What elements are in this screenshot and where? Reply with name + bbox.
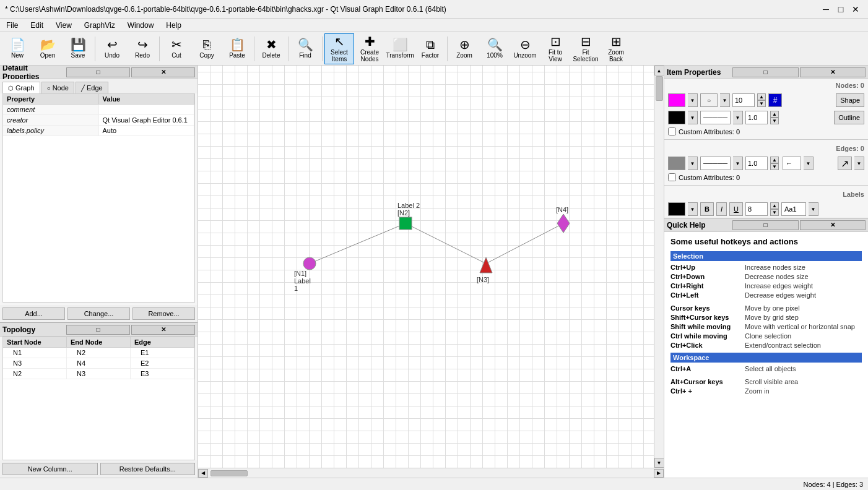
edge-width-spin[interactable]: ▲ ▼ [770, 157, 779, 170]
edge-style-combo[interactable]: ───── [700, 157, 731, 170]
node-hash-btn[interactable]: # [768, 93, 782, 107]
toolbar-btn-fit-to-view[interactable]: ⊡Fit to View [540, 33, 570, 64]
quick-help-close-btn[interactable]: ✕ [800, 220, 866, 230]
topology-restore-btn[interactable]: □ [66, 325, 130, 335]
toolbar-btn-cut[interactable]: ✂Cut [162, 33, 191, 64]
h-scroll-thumb[interactable] [210, 470, 248, 476]
toolbar-btn-undo[interactable]: ↩Undo [97, 33, 127, 64]
item-props-close-btn[interactable]: ✕ [800, 67, 866, 77]
edge-color-btn[interactable] [668, 157, 685, 170]
label-underline-btn[interactable]: U [729, 202, 743, 216]
label-size-up[interactable]: ▲ [770, 202, 779, 209]
edge-width-up[interactable]: ▲ [770, 157, 779, 163]
toolbar-btn-delete[interactable]: ✖Delete [256, 33, 286, 64]
graph-canvas[interactable]: [N1] Label 1 [N2] Label 2 [N3] [N4] [198, 66, 654, 468]
node-outline-up[interactable]: ▲ [770, 111, 779, 118]
scroll-right-btn[interactable]: ▶ [654, 469, 664, 478]
h-scrollbar[interactable]: ◀ ▶ [198, 468, 664, 478]
scroll-track[interactable] [655, 75, 664, 458]
node-size-input[interactable]: 10 [732, 93, 755, 107]
scroll-left-btn[interactable]: ◀ [198, 469, 208, 478]
label-font-arrow[interactable]: ▼ [809, 202, 818, 216]
edge-end-arrow[interactable]: ▼ [854, 157, 864, 170]
h-scroll-track[interactable] [208, 470, 654, 477]
default-props-restore-btn[interactable]: □ [66, 67, 130, 77]
label-italic-btn[interactable]: I [716, 202, 727, 216]
toolbar-btn-find[interactable]: 🔍Find [290, 33, 320, 64]
nodes-custom-attrib-check[interactable] [668, 127, 676, 135]
edge-width-input[interactable]: 1.0 [745, 157, 768, 170]
tab-graph[interactable]: ⬡ Graph [2, 82, 40, 93]
edge-end-btn[interactable]: ↗ [838, 157, 852, 170]
label-color-arrow[interactable]: ▼ [688, 202, 698, 216]
toolbar-btn-transform[interactable]: ⬜Transform [385, 33, 415, 64]
label-size-down[interactable]: ▼ [770, 209, 779, 216]
edge-dir-combo[interactable]: ← [783, 157, 801, 170]
node-size-spin[interactable]: ▲ ▼ [757, 93, 766, 107]
toolbar-btn-open[interactable]: 📂Open [33, 33, 63, 64]
node-outline-style-arrow[interactable]: ▼ [733, 111, 743, 124]
node-outline-label-btn[interactable]: Outline [834, 111, 864, 124]
toolbar-btn-new[interactable]: 📄New [2, 33, 32, 64]
node-size-down[interactable]: ▼ [757, 100, 766, 107]
scroll-up-btn[interactable]: ▲ [654, 66, 664, 75]
node-color-btn[interactable] [668, 93, 685, 107]
close-button[interactable]: ✕ [848, 2, 863, 17]
quick-help-restore-btn[interactable]: □ [732, 220, 798, 230]
node-outline-style-combo[interactable]: ───── [700, 111, 731, 124]
menu-item-graphviz[interactable]: GraphViz [78, 20, 121, 31]
restore-defaults-button[interactable]: Restore Defaults... [100, 463, 196, 475]
maximize-button[interactable]: □ [833, 2, 848, 17]
edge-width-down[interactable]: ▼ [770, 163, 779, 170]
node-outline-width-spin[interactable]: ▲ ▼ [770, 111, 779, 124]
toolbar-btn-fit-selection[interactable]: ⊟Fit Selection [571, 33, 601, 64]
toolbar-btn-100%[interactable]: 🔍100% [480, 33, 510, 64]
node-size-up[interactable]: ▲ [757, 93, 766, 100]
label-font-combo[interactable]: Aa1 [781, 202, 806, 216]
remove-button[interactable]: Remove... [132, 307, 195, 320]
props-value-cell[interactable]: Qt Visual Graph Editor 0.6.1 [99, 115, 195, 125]
item-props-restore-btn[interactable]: □ [732, 67, 798, 77]
toolbar-btn-save[interactable]: 💾Save [63, 33, 93, 64]
new-column-button[interactable]: New Column... [2, 463, 98, 475]
toolbar-btn-zoom[interactable]: ⊕Zoom [449, 33, 479, 64]
edge-color-arrow[interactable]: ▼ [688, 157, 698, 170]
toolbar-btn-unzoom[interactable]: ⊖Unzoom [510, 33, 540, 64]
menu-item-file[interactable]: File [0, 20, 24, 31]
scroll-thumb[interactable] [656, 76, 663, 101]
node-outline-color-arrow[interactable]: ▼ [688, 111, 698, 124]
menu-item-help[interactable]: Help [160, 20, 188, 31]
label-size-spin[interactable]: ▲ ▼ [770, 202, 779, 216]
default-props-close-btn[interactable]: ✕ [131, 67, 195, 77]
toolbar-btn-select-items[interactable]: ↖Select Items [324, 33, 354, 64]
toolbar-btn-paste[interactable]: 📋Paste [222, 33, 252, 64]
edges-custom-attrib-check[interactable] [668, 173, 676, 181]
label-bold-btn[interactable]: B [700, 202, 714, 216]
props-value-cell[interactable] [99, 105, 195, 114]
label-color-btn[interactable] [668, 202, 685, 216]
edge-style-arrow[interactable]: ▼ [733, 157, 743, 170]
menu-item-edit[interactable]: Edit [24, 20, 50, 31]
change-button[interactable]: Change... [67, 307, 130, 320]
toolbar-btn-create-nodes[interactable]: ✚Create Nodes [355, 33, 384, 64]
edge-dir-arrow[interactable]: ▼ [804, 157, 814, 170]
topology-close-btn[interactable]: ✕ [131, 325, 195, 335]
menu-item-window[interactable]: Window [121, 20, 160, 31]
add-button[interactable]: Add... [2, 307, 65, 320]
menu-item-view[interactable]: View [50, 20, 78, 31]
tab-node[interactable]: ○ Node [41, 82, 74, 93]
node-shape-arrow[interactable]: ▼ [720, 93, 730, 107]
props-value-cell[interactable]: Auto [99, 126, 195, 135]
scroll-down-btn[interactable]: ▼ [654, 458, 664, 468]
toolbar-btn-zoom-back[interactable]: ⊞Zoom Back [601, 33, 631, 64]
toolbar-btn-redo[interactable]: ↪Redo [128, 33, 157, 64]
toolbar-btn-factor[interactable]: ⧉Factor [415, 33, 445, 64]
canvas-scrollable[interactable]: [N1] Label 1 [N2] Label 2 [N3] [N4] [198, 66, 654, 468]
node-outline-width-input[interactable]: 1.0 [745, 111, 768, 124]
toolbar-btn-copy[interactable]: ⎘Copy [192, 33, 222, 64]
tab-edge[interactable]: ╱ Edge [76, 82, 108, 93]
node-color-arrow[interactable]: ▼ [688, 93, 698, 107]
minimize-button[interactable]: ─ [818, 2, 833, 17]
node-shape-label-btn[interactable]: Shape [836, 93, 864, 107]
v-scrollbar[interactable]: ▲ ▼ [654, 66, 664, 468]
